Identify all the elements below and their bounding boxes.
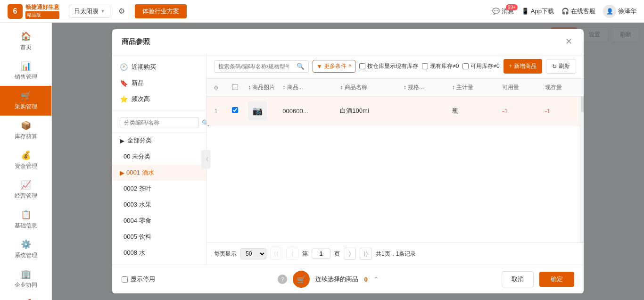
category-00[interactable]: 00 未分类	[112, 149, 206, 165]
left-nav-recent[interactable]: 🕐 近期购买	[112, 59, 206, 75]
modal-title: 商品参照	[122, 37, 150, 46]
purchase-icon: 🛒	[21, 91, 31, 101]
col-code-sort-icon: ↕	[282, 84, 285, 91]
product-search-input[interactable]	[215, 61, 293, 72]
row-checkbox[interactable]	[232, 107, 238, 113]
last-page-btn[interactable]: ⟩⟩	[360, 248, 372, 260]
sidebar-item-purchase[interactable]: 🛒 采购管理	[0, 86, 51, 116]
checkbox-current-nonzero[interactable]: 现有库存≠0	[422, 62, 459, 70]
sidebar-item-inventory[interactable]: 📦 库存核算	[0, 116, 51, 145]
toolbar-right: + 新增商品 ↻ 刷新	[504, 59, 576, 74]
category-0008[interactable]: 0008 水	[112, 245, 206, 260]
cancel-btn[interactable]: 取消	[502, 271, 534, 287]
col-gear[interactable]: ⚙	[206, 79, 225, 97]
first-page-btn[interactable]: ⟨⟨	[270, 248, 282, 260]
add-product-btn[interactable]: + 新增商品	[504, 59, 542, 74]
help-icon[interactable]: ?	[278, 275, 287, 284]
store-selector[interactable]: 日太阳膜 ▼	[69, 5, 110, 18]
category-list: 00 未分类 ▶ 0001 酒水 0002 茶叶 0003 水果 0004 零食…	[112, 149, 206, 260]
all-categories-label: 全部分类	[127, 136, 152, 145]
col-checkbox	[225, 79, 244, 97]
row-name: 白酒100ml	[336, 97, 399, 125]
table-scrollbar[interactable]	[580, 79, 584, 242]
sidebar-item-home[interactable]: 🏠 首页	[0, 26, 51, 56]
left-nav-recent-label: 近期购买	[132, 63, 156, 71]
all-categories-header[interactable]: ▶ 全部分类	[112, 133, 206, 149]
user-menu[interactable]: 👤 徐泽华	[603, 5, 636, 18]
enterprise-icon: 🏢	[21, 269, 31, 279]
show-disabled-text: 显示停用	[131, 275, 155, 283]
row-code: 000600...	[279, 97, 336, 125]
category-0003[interactable]: 0003 水果	[112, 197, 206, 213]
table-row[interactable]: 1 📷 000600... 白酒100ml	[206, 97, 584, 125]
sidebar-item-guide[interactable]: 🚀 新手引导	[0, 294, 51, 300]
trial-btn[interactable]: 体验行业方案	[135, 4, 187, 18]
category-search-input[interactable]	[120, 117, 199, 128]
row-img-cell: 📷	[244, 97, 279, 125]
col-spec-sort-icon: ↕	[404, 84, 406, 91]
sidebar-item-business[interactable]: 📈 经营管理	[0, 175, 51, 205]
show-disabled-label[interactable]: 显示停用	[122, 275, 155, 283]
page-number-input[interactable]	[312, 249, 330, 259]
product-search-btn[interactable]: 🔍	[293, 63, 308, 70]
category-0005[interactable]: 0005 饮料	[112, 229, 206, 245]
more-filter-btn[interactable]: ▼ 更多条件 ^	[313, 60, 356, 73]
select-all-checkbox[interactable]	[232, 84, 238, 90]
pagination: 每页显示 20 50 100 ⟨⟨ ⟨ 第 页 ⟩	[206, 242, 584, 265]
sidebar-item-sales[interactable]: 📊 销售管理	[0, 56, 51, 86]
left-nav-new[interactable]: 🔖 新品	[112, 75, 206, 91]
checkbox-available-nonzero-input[interactable]	[462, 63, 469, 69]
prev-page-btn[interactable]: ⟨	[286, 248, 298, 260]
modal-close-btn[interactable]: ✕	[563, 36, 574, 47]
settings-icon[interactable]: ⚙	[114, 4, 129, 19]
modal-overlay: 商品参照 ✕ 🕐 近期购买 🔖 新品	[52, 23, 644, 300]
collapse-icon[interactable]: ⌃	[373, 275, 379, 283]
show-disabled-checkbox[interactable]	[122, 276, 128, 283]
category-0004[interactable]: 0004 零食	[112, 213, 206, 229]
sidebar: 🏠 首页 📊 销售管理 🛒 采购管理 📦 库存核算 💰 资金管理 📈 经营管理 …	[0, 23, 52, 300]
new-icon: 🔖	[120, 79, 128, 87]
logo-icon: 6	[8, 4, 23, 19]
app-download[interactable]: 📱 App下载	[521, 7, 554, 16]
left-nav-frequent[interactable]: ⭐ 频次高	[112, 91, 206, 107]
confirm-btn[interactable]: 确定	[539, 272, 574, 287]
notifications[interactable]: 💬 消息 99+	[492, 7, 514, 16]
col-available-header: 可用量	[498, 79, 541, 97]
checkbox-by-warehouse[interactable]: 按仓库显示现有库存	[359, 62, 418, 70]
refresh-btn[interactable]: ↻ 刷新	[546, 59, 576, 74]
table-header-row: ⚙ ↕ 商品图片	[206, 79, 584, 97]
main-content: 查询 设置 刷新 商品参照 ✕ 🕐 近期购买	[52, 23, 644, 300]
sidebar-item-system[interactable]: ⚙️ 系统管理	[0, 234, 51, 264]
basic-icon: 📋	[21, 209, 31, 220]
col-img-header: ↕ 商品图片	[244, 79, 279, 97]
left-nav-frequent-label: 频次高	[132, 95, 150, 103]
category-0002[interactable]: 0002 茶叶	[112, 181, 206, 197]
col-name-sort-icon: ↕	[340, 84, 343, 91]
checkbox-available-nonzero[interactable]: 可用库存≠0	[462, 62, 499, 70]
category-0001[interactable]: ▶ 0001 酒水	[112, 165, 206, 181]
sidebar-item-basic[interactable]: 📋 基础信息	[0, 205, 51, 234]
next-page-btn[interactable]: ⟩	[344, 248, 356, 260]
checkbox-current-nonzero-input[interactable]	[422, 63, 428, 69]
col-code-header[interactable]: ↕ 商品...	[279, 79, 336, 97]
online-service[interactable]: 🎧 在线客服	[561, 7, 595, 16]
page-size-select[interactable]: 20 50 100	[240, 248, 266, 259]
finance-icon: 💰	[21, 150, 31, 160]
sidebar-label-enterprise: 企业协同	[15, 281, 37, 289]
more-filter-label: 更多条件	[324, 62, 347, 70]
row-checkbox-cell	[225, 97, 244, 125]
phone-icon: 📱	[521, 8, 529, 15]
checkbox-by-warehouse-input[interactable]	[359, 63, 365, 69]
refresh-label: 刷新	[559, 62, 570, 70]
col-name-header[interactable]: ↕ 商品名称	[336, 79, 399, 97]
col-spec-header[interactable]: ↕ 规格...	[400, 79, 448, 97]
product-toolbar: 🔍 ▼ 更多条件 ^ 按仓库显示现有库存	[206, 54, 584, 79]
sidebar-item-enterprise[interactable]: 🏢 企业协同	[0, 264, 51, 294]
col-unit-header[interactable]: ↕ 主计量	[448, 79, 499, 97]
cart-btn[interactable]: 🛒	[293, 271, 310, 288]
product-table-container: ⚙ ↕ 商品图片	[206, 79, 584, 242]
row-unit: 瓶	[448, 97, 499, 125]
cart-label: 连续选择的商品	[315, 275, 358, 283]
col-current-header: 现存量	[541, 79, 584, 97]
sidebar-item-finance[interactable]: 💰 资金管理	[0, 145, 51, 175]
